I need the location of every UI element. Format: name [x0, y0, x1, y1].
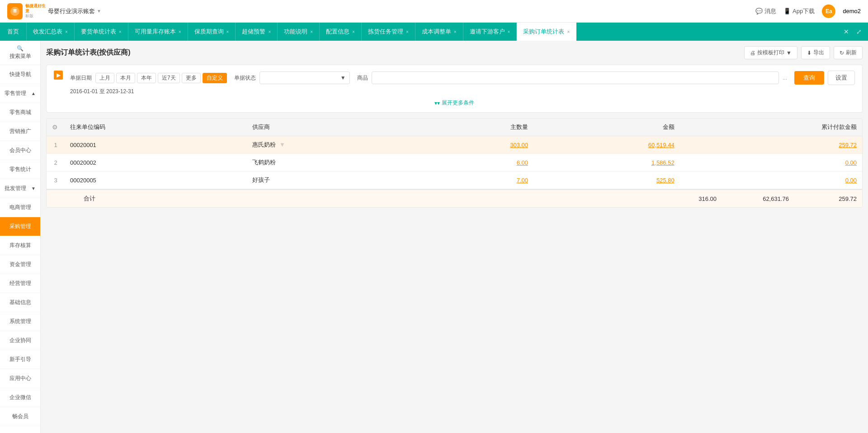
date-btn-custom[interactable]: 自定义 [203, 73, 227, 83]
sidebar-item-xinshouyindao[interactable]: 新手引导 [0, 350, 40, 369]
expand-more-button[interactable]: ▾▾ 展开更多条件 [434, 99, 474, 107]
query-button[interactable]: 查询 [794, 71, 824, 85]
expand-row: ▾▾ 展开更多条件 [54, 99, 855, 107]
tab-close-icon[interactable]: × [454, 29, 457, 34]
more-icon[interactable]: ... [783, 75, 787, 81]
nav-tabs: 首页 收发汇总表 × 要货单统计表 × 可用量库存账本 × 保质期查询 × 超储… [0, 23, 868, 41]
sidebar-search[interactable]: 🔍 搜索菜单 [0, 41, 40, 65]
tab-close-icon[interactable]: × [406, 29, 409, 34]
tab-shoufahuizongtable[interactable]: 收发汇总表 × [27, 23, 75, 41]
tab-close-icon[interactable]: × [65, 29, 68, 34]
col-qty: 主数量 [420, 119, 533, 136]
tab-close-icon[interactable]: × [352, 29, 355, 34]
tab-label: 保质期查询 [194, 28, 224, 36]
sidebar-item-changhuyuan[interactable]: 畅会员 [0, 407, 40, 426]
footer-label: 合计 [70, 195, 160, 203]
workspace-selector[interactable]: 母婴行业演示账套 ▼ [48, 7, 755, 15]
tab-close-icon[interactable]: × [268, 29, 271, 34]
export-button[interactable]: ⬇ 导出 [801, 46, 830, 59]
tab-label: 采购订单统计表 [523, 28, 564, 36]
sidebar-item-label: 会员中心 [9, 147, 31, 154]
avatar[interactable]: Ea [822, 5, 835, 18]
goods-input[interactable] [372, 71, 779, 84]
col-amount: 金额 [533, 119, 680, 136]
column-settings-icon[interactable]: ⚙ [52, 124, 58, 131]
print-label: 按模板打印 [757, 49, 784, 57]
tab-baoguan[interactable]: 保质期查询 × [188, 23, 236, 41]
sidebar-item-diansguanli[interactable]: 电商管理 [0, 198, 40, 217]
tab-close-icon[interactable]: × [508, 29, 510, 34]
date-btn-more[interactable]: 更多 [182, 73, 201, 83]
sidebar-item-jichu[interactable]: 基础信息 [0, 293, 40, 312]
row-index: 3 [47, 171, 65, 189]
tab-close-icon[interactable]: × [179, 29, 181, 34]
date-btn-last-month[interactable]: 上月 [95, 73, 114, 83]
row-paid[interactable]: 259.72 [680, 136, 862, 154]
tab-close-icon[interactable]: × [119, 29, 122, 34]
refresh-button[interactable]: ↻ 刷新 [834, 46, 863, 59]
tab-keyongliang[interactable]: 可用量库存账本 × [128, 23, 188, 41]
sidebar-item-label: 电商管理 [9, 204, 31, 211]
app-download-button[interactable]: 📱 App下载 [783, 7, 815, 15]
row-amount[interactable]: 60,519.44 [533, 136, 680, 154]
sidebar-item-label: 批发管理 [5, 185, 26, 192]
tab-caigoudantongjitab[interactable]: 采购订单统计表 × [517, 23, 576, 41]
sidebar: 🔍 搜索菜单 快捷导航 零售管理 ▲ 零售商城 营销推广 会员中心 零售统计 批… [0, 41, 41, 433]
row-amount[interactable]: 1,586.52 [533, 154, 680, 171]
print-button[interactable]: 🖨 按模板打印 ▼ [744, 46, 797, 59]
sidebar-item-jingguanli[interactable]: 经营管理 [0, 274, 40, 293]
tab-tuohuorenwu[interactable]: 拣货任务管理 × [362, 23, 415, 41]
row-qty[interactable]: 7.00 [420, 171, 533, 189]
sidebar-item-xitongguanli[interactable]: 系统管理 [0, 312, 40, 331]
sidebar-item-yingxiaotuiguang[interactable]: 营销推广 [0, 122, 40, 141]
row-qty[interactable]: 303.00 [420, 136, 533, 154]
sidebar-item-pifaguanli[interactable]: 批发管理 ▼ [0, 179, 40, 198]
date-btn-last-7days[interactable]: 近7天 [158, 73, 180, 83]
sidebar-item-lingshosc[interactable]: 零售商城 [0, 103, 40, 122]
tab-close-icon[interactable]: × [226, 29, 229, 34]
sidebar-item-huiyuanzhongx[interactable]: 会员中心 [0, 141, 40, 160]
export-icon: ⬇ [807, 50, 811, 56]
tab-label: 可用量库存账本 [135, 28, 176, 36]
sidebar-item-label: 企业微信 [9, 394, 31, 401]
tab-chengbentiaoz[interactable]: 成本调整单 × [415, 23, 463, 41]
sidebar-item-label: 营销推广 [9, 128, 31, 135]
sidebar-item-caigouguanli[interactable]: 采购管理 [0, 217, 40, 236]
tab-yaoqingxiayou[interactable]: 邀请下游客户 × [463, 23, 517, 41]
sidebar-item-qiyexietong[interactable]: 企业协同 [0, 331, 40, 350]
download-icon: 📱 [783, 8, 791, 14]
date-btn-this-year[interactable]: 本年 [137, 73, 156, 83]
sidebar-item-quick-nav[interactable]: 快捷导航 [0, 65, 40, 84]
filter-toggle-button[interactable]: ▶ [54, 71, 63, 80]
expand-icon: ▾▾ [434, 100, 440, 106]
tab-home[interactable]: 首页 [0, 23, 27, 41]
nav-close-button[interactable]: ✕ [841, 27, 852, 36]
sidebar-item-qiyewx[interactable]: 企业微信 [0, 388, 40, 407]
content-area: 采购订单统计表(按供应商) 🖨 按模板打印 ▼ ⬇ 导出 ↻ 刷新 [41, 41, 868, 433]
sidebar-item-yingyongzhongx[interactable]: 应用中心 [0, 369, 40, 388]
sidebar-item-lingshoutongjii[interactable]: 零售统计 [0, 160, 40, 179]
sidebar-item-lingshol[interactable]: 零售管理 ▲ [0, 84, 40, 103]
supplier-dropdown-icon[interactable]: ▼ [279, 141, 285, 148]
sidebar-item-zigjinguanli[interactable]: 资金管理 [0, 255, 40, 274]
row-paid[interactable]: 0.00 [680, 171, 862, 189]
row-paid[interactable]: 0.00 [680, 154, 862, 171]
settings-button[interactable]: 设置 [828, 71, 855, 85]
workspace-chevron-icon: ▼ [97, 9, 101, 14]
filter-goods-group: 商品 ... [357, 71, 787, 84]
row-code: 00020002 [65, 154, 247, 171]
row-amount[interactable]: 525.80 [533, 171, 680, 189]
status-select[interactable]: ▼ [259, 71, 350, 84]
tab-close-icon[interactable]: × [567, 29, 570, 34]
message-button[interactable]: 💬 消息 [755, 7, 776, 15]
tab-yaohuodantongjitab[interactable]: 要货单统计表 × [75, 23, 128, 41]
row-qty[interactable]: 6.00 [420, 154, 533, 171]
sidebar-item-kucunhejiao[interactable]: 库存核算 [0, 236, 40, 255]
tab-gongnengshuo[interactable]: 功能说明 × [278, 23, 320, 41]
tab-close-icon[interactable]: × [310, 29, 313, 34]
date-btn-this-month[interactable]: 本月 [116, 73, 135, 83]
tab-peizhi[interactable]: 配置信息 × [320, 23, 362, 41]
nav-expand-button[interactable]: ⤢ [854, 27, 864, 36]
user-name: demo2 [843, 8, 861, 14]
tab-chaochuyujing[interactable]: 超储预警 × [236, 23, 278, 41]
